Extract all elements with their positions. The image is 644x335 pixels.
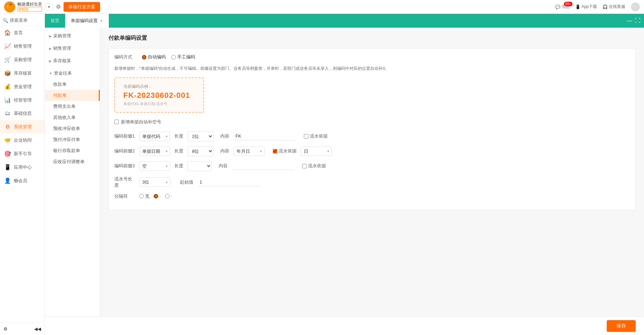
serial-length-select-wrapper: 3位 bbox=[139, 177, 170, 187]
length-2-select[interactable]: 8位 bbox=[188, 146, 213, 156]
start-value-input[interactable] bbox=[198, 178, 260, 186]
serial-1-checkbox[interactable] bbox=[304, 134, 308, 139]
sidebar-item-guide[interactable]: 🎯 新手引导 bbox=[0, 147, 45, 160]
sidebar-item-inventory[interactable]: 📦 库存核算 bbox=[0, 66, 45, 80]
system-icon: ⚙ bbox=[4, 123, 11, 130]
sidebar-item-finance[interactable]: 💰 资金管理 bbox=[0, 80, 45, 93]
serial-unit-select-wrapper: 日 bbox=[301, 147, 332, 156]
subnav-item-other-income[interactable]: 其他收入单 bbox=[45, 112, 100, 123]
separator-dot2-option[interactable]: · bbox=[165, 194, 172, 199]
auto-fill-checkbox[interactable] bbox=[114, 120, 119, 124]
sidebar-item-members[interactable]: 👤 畅会员 bbox=[0, 174, 45, 187]
manual-encoding-option[interactable]: 手工编码 bbox=[171, 54, 195, 60]
content-1-input[interactable] bbox=[233, 132, 296, 140]
sidebar-item-enterprise[interactable]: 🤝 企业协同 bbox=[0, 133, 45, 147]
content-3-label: 内容 bbox=[219, 163, 228, 169]
serial-3-checkbox-label[interactable]: 流水依据 bbox=[302, 163, 326, 169]
subnav-item-bank-deposit[interactable]: 银行存取款单 bbox=[45, 145, 100, 156]
guide-icon: 🎯 bbox=[4, 150, 11, 157]
purchase-icon: 🛒 bbox=[4, 56, 11, 63]
trial-button[interactable]: 体验行业方案 bbox=[64, 2, 100, 12]
workspace-dropdown[interactable]: ▾ bbox=[45, 3, 53, 11]
length-1-select-wrapper: 2位 bbox=[188, 131, 213, 141]
subnav-item-advance-payable[interactable]: 预付冲应付单 bbox=[45, 134, 100, 145]
separator-none-radio[interactable] bbox=[139, 194, 144, 198]
minimize-icon[interactable]: — bbox=[627, 18, 632, 24]
settings-gear-icon[interactable]: ⚙ bbox=[56, 3, 61, 10]
preview-label: 当前编码示例： bbox=[123, 84, 195, 90]
expand-icon[interactable]: ⛶ bbox=[635, 18, 641, 24]
preview-box: 当前编码示例： FK-20230602-001 单据代码-单据日期-流水号 bbox=[114, 77, 204, 113]
subnav-group-funds: ▼ 资金往来 收款单 付款单 费用支出单 其他收入单 预收冲应收单 预付冲应付单… bbox=[45, 68, 100, 167]
search-menu[interactable]: 🔍 搜索菜单 bbox=[0, 14, 45, 26]
subnav-item-advance-receivable[interactable]: 预收冲应收单 bbox=[45, 123, 100, 134]
content-2-select[interactable]: 年月日 bbox=[233, 147, 265, 156]
length-2-select-wrapper: 8位 bbox=[188, 146, 213, 156]
app-download-icon: 📱 bbox=[575, 4, 580, 9]
subnav-header-inventory[interactable]: ▶ 库存核算 bbox=[45, 55, 100, 66]
serial-unit-select[interactable]: 日 bbox=[301, 147, 332, 156]
separator-dot-option[interactable]: · bbox=[154, 194, 161, 199]
subnav-item-adjustment[interactable]: 应收应付调整单 bbox=[45, 156, 100, 167]
serial-1-checkbox-label[interactable]: 流水依据 bbox=[304, 133, 328, 139]
settings-bottom-icon[interactable]: ⚙ bbox=[3, 326, 8, 332]
logo-text: 畅捷通好生意 旗舰版 bbox=[17, 2, 42, 11]
subnav-item-payment[interactable]: 付款单 bbox=[45, 90, 100, 101]
tab-home[interactable]: 首页 bbox=[45, 14, 65, 28]
prefix-2-select[interactable]: 单据日期 bbox=[139, 147, 170, 156]
basics-icon: 🗂 bbox=[4, 110, 11, 117]
search-icon: 🔍 bbox=[3, 18, 8, 23]
encoding-settings-card: 编码方式 自动编码 手工编码 bbox=[108, 48, 636, 210]
content-area: 首页 单据编码设置 ✕ — ⛶ ▶ 采购管理 bbox=[45, 14, 644, 335]
app-download-item[interactable]: 📱 App下载 bbox=[575, 4, 597, 10]
top-bar-controls: ▾ ⚙ 体验行业方案 bbox=[45, 2, 100, 12]
save-button[interactable]: 保存 bbox=[607, 320, 636, 332]
tab-close-icon[interactable]: ✕ bbox=[100, 19, 103, 23]
sidebar-item-basics[interactable]: 🗂 基础信息 bbox=[0, 107, 45, 120]
subnav-item-expense[interactable]: 费用支出单 bbox=[45, 101, 100, 112]
prefix-1-select[interactable]: 单据代码 bbox=[139, 132, 170, 141]
subnav-item-receipt[interactable]: 收款单 bbox=[45, 79, 100, 90]
auto-encoding-option[interactable]: 自动编码 bbox=[142, 54, 166, 60]
sales-icon: 📈 bbox=[4, 43, 11, 49]
separator-none-option[interactable]: 无 bbox=[139, 193, 150, 199]
page-content: 付款单编码设置 编码方式 自动编码 手工编码 bbox=[100, 28, 644, 316]
sidebar-item-operations[interactable]: 📊 经营管理 bbox=[0, 93, 45, 107]
collapse-icon[interactable]: ◀◀ bbox=[34, 326, 41, 332]
message-item[interactable]: 💬 消息 99+ bbox=[555, 4, 570, 10]
subnav-header-purchase[interactable]: ▶ 采购管理 bbox=[45, 30, 100, 41]
auto-encoding-radio[interactable] bbox=[142, 55, 146, 59]
sidebar-item-home[interactable]: 🏠 首页 bbox=[0, 26, 45, 39]
length-3-select[interactable] bbox=[188, 161, 212, 171]
serial-3-checkbox[interactable] bbox=[302, 164, 307, 168]
length-1-select[interactable]: 2位 bbox=[188, 131, 213, 141]
serial-length-select[interactable]: 3位 bbox=[139, 177, 170, 187]
prefix-1-label: 编码前缀1 bbox=[114, 133, 135, 139]
tab-encoding-settings[interactable]: 单据编码设置 ✕ bbox=[65, 14, 109, 28]
sidebar-item-sales[interactable]: 📈 销售管理 bbox=[0, 39, 45, 53]
prefix-2-label: 编码前缀2 bbox=[114, 148, 135, 154]
subnav-header-funds[interactable]: ▼ 资金往来 bbox=[45, 68, 100, 79]
separator-dot-radio[interactable] bbox=[154, 194, 158, 198]
serial-2-checkbox-label[interactable]: 流水依据 bbox=[273, 148, 297, 154]
manual-encoding-radio[interactable] bbox=[171, 55, 176, 59]
online-service-item[interactable]: 🎧 在线客服 bbox=[603, 4, 625, 10]
sidebar-item-apps[interactable]: 📱 应用中心 bbox=[0, 160, 45, 174]
subnav-header-sales[interactable]: ▶ 销售管理 bbox=[45, 43, 100, 54]
sidebar-item-purchase[interactable]: 🛒 采购管理 bbox=[0, 53, 45, 66]
hint-text: 新增单据时，*单据编码*自动生成，不可编辑。前缀设置为部门、业务员等档案类，开单… bbox=[114, 65, 630, 73]
top-bar-left: 🍊 畅捷通好生意 旗舰版 ▾ ⚙ 体验行业方案 bbox=[4, 1, 100, 12]
prefix-3-select[interactable]: 空 bbox=[139, 161, 170, 171]
content-3-input[interactable] bbox=[232, 162, 294, 170]
operations-icon: 📊 bbox=[4, 97, 11, 103]
separator-dot2-radio[interactable] bbox=[165, 194, 170, 198]
avatar[interactable] bbox=[631, 2, 640, 11]
content-1-label: 内容 bbox=[220, 133, 229, 139]
separator-label: 分隔符 bbox=[114, 193, 135, 199]
preview-code: FK-20230602-001 bbox=[123, 91, 195, 100]
sidebar-item-system[interactable]: ⚙ 系统管理 bbox=[0, 120, 45, 133]
encoding-type-row: 编码方式 自动编码 手工编码 bbox=[114, 54, 630, 60]
finance-icon: 💰 bbox=[4, 83, 11, 90]
serial-2-checkbox[interactable] bbox=[273, 149, 277, 153]
prefix-row-3: 编码前缀3 空 长度 内容 bbox=[114, 161, 630, 171]
